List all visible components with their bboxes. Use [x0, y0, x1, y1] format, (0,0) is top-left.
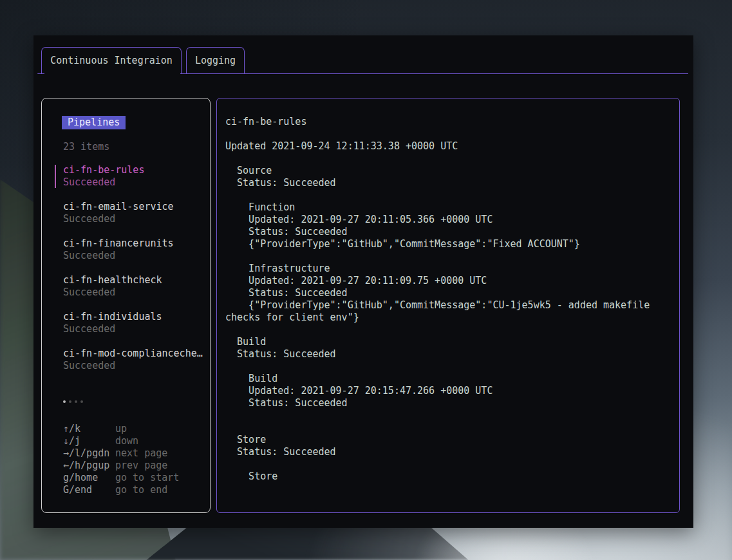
tab-continuous-integration[interactable]: Continuous Integraion	[41, 47, 182, 73]
pipeline-name: ci-fn-be-rules	[63, 164, 210, 176]
pipelines-title-badge: Pipelines	[62, 116, 126, 129]
list-item-ci-fn-be-rules[interactable]: ci-fn-be-rules Succeeded	[42, 164, 210, 189]
list-item-ci-fn-mod-compliancecheck[interactable]: ci-fn-mod-complianceche… Succeeded	[42, 348, 210, 372]
terminal-ci-app-window: Continuous Integraion Logging Pipelines …	[33, 35, 693, 528]
help-desc: next page	[115, 447, 167, 460]
pipeline-name: ci-fn-healthcheck	[63, 274, 210, 286]
help-keys: G/end	[63, 484, 115, 496]
pipeline-detail-panel: ci-fn-be-rules Updated 2021-09-24 12:11:…	[216, 98, 680, 513]
page-dot	[75, 400, 77, 403]
page-dot	[69, 400, 71, 403]
pipeline-status: Succeeded	[63, 176, 210, 189]
desktop-wallpaper: Continuous Integraion Logging Pipelines …	[0, 0, 732, 560]
help-keys: ↑/k	[63, 423, 115, 435]
help-keys: ↓/j	[63, 435, 115, 447]
pipeline-name: ci-fn-mod-complianceche…	[63, 348, 210, 360]
pipeline-detail-text: ci-fn-be-rules Updated 2021-09-24 12:11:…	[225, 116, 671, 483]
pipeline-name: ci-fn-financerunits	[63, 238, 210, 250]
pipelines-list-panel: Pipelines 23 items ci-fn-be-rules Succee…	[41, 98, 211, 513]
page-dot-active	[63, 400, 66, 403]
tab-logging[interactable]: Logging	[186, 47, 245, 73]
pipelines-item-count: 23 items	[63, 141, 210, 153]
help-keys: →/l/pgdn	[63, 447, 115, 460]
help-row-prev-page: ←/h/pgup prev page	[63, 460, 179, 472]
tab-underline-left	[37, 73, 44, 74]
help-row-go-to-start: g/home go to start	[63, 472, 179, 484]
pagination-dots	[63, 400, 86, 403]
help-desc: prev page	[115, 460, 167, 472]
help-keys: ←/h/pgup	[63, 460, 115, 472]
help-keys: g/home	[63, 472, 115, 484]
pipeline-status: Succeeded	[63, 323, 210, 335]
list-item-ci-fn-email-service[interactable]: ci-fn-email-service Succeeded	[42, 201, 210, 225]
help-desc: go to start	[115, 472, 179, 484]
keybinding-help: ↑/k up ↓/j down →/l/pgdn next page ←/h/p…	[63, 423, 179, 496]
pipeline-list: ci-fn-be-rules Succeeded ci-fn-email-ser…	[42, 164, 210, 372]
page-dot	[80, 400, 83, 403]
list-item-ci-fn-individuals[interactable]: ci-fn-individuals Succeeded	[42, 311, 210, 335]
help-row-up: ↑/k up	[63, 423, 179, 435]
pipeline-status: Succeeded	[63, 213, 210, 225]
help-row-down: ↓/j down	[63, 435, 179, 447]
tab-logging-label: Logging	[195, 55, 236, 67]
pipeline-name: ci-fn-email-service	[63, 201, 210, 213]
help-row-next-page: →/l/pgdn next page	[63, 447, 179, 460]
pipeline-status: Succeeded	[63, 360, 210, 372]
help-desc: up	[115, 423, 127, 435]
tab-continuous-integration-label: Continuous Integraion	[50, 55, 173, 67]
help-desc: down	[115, 435, 138, 447]
help-desc: go to end	[115, 484, 167, 496]
pipeline-status: Succeeded	[63, 250, 210, 262]
pipeline-name: ci-fn-individuals	[63, 311, 210, 323]
help-row-go-to-end: G/end go to end	[63, 484, 179, 496]
list-item-ci-fn-healthcheck[interactable]: ci-fn-healthcheck Succeeded	[42, 274, 210, 299]
list-item-ci-fn-financerunits[interactable]: ci-fn-financerunits Succeeded	[42, 238, 210, 262]
tab-underline-right	[180, 73, 688, 74]
pipeline-status: Succeeded	[63, 286, 210, 299]
